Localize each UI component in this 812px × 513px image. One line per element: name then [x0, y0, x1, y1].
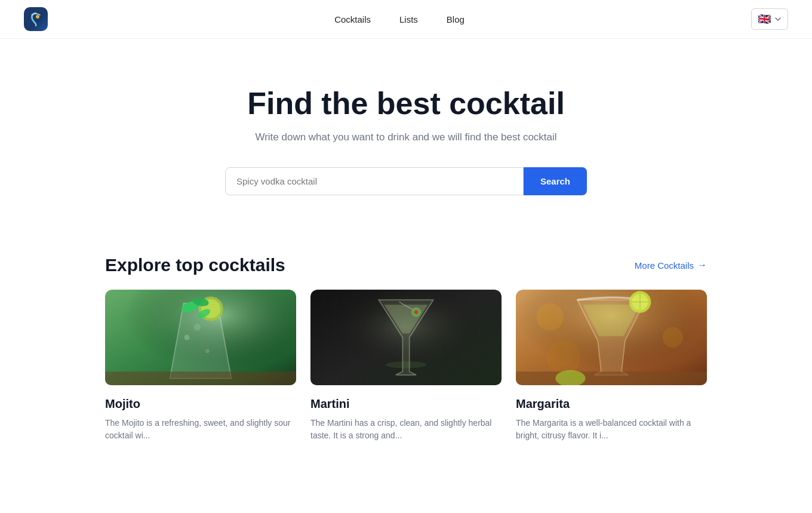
chevron-down-icon [774, 16, 782, 23]
search-input[interactable] [225, 167, 524, 195]
svg-point-10 [194, 324, 201, 330]
nav-blog[interactable]: Blog [447, 14, 465, 24]
svg-point-16 [414, 310, 419, 314]
hero-subtitle: Write down what you want to drink and we… [24, 131, 788, 143]
search-bar: Search [24, 167, 788, 195]
mojito-image [105, 290, 296, 385]
svg-point-9 [205, 349, 210, 354]
search-button[interactable]: Search [524, 167, 587, 195]
margarita-image [516, 290, 707, 385]
card-martini-body: Martini The Martini has a crisp, clean, … [310, 388, 502, 444]
explore-section: Explore top cocktails More Cocktails → [0, 255, 812, 480]
card-margarita-desc: The Margarita is a well-balanced cocktai… [516, 417, 707, 442]
card-mojito[interactable]: Mojito The Mojito is a refreshing, sweet… [105, 290, 296, 444]
explore-header: Explore top cocktails More Cocktails → [105, 255, 707, 275]
hero-title: Find the best cocktail [24, 87, 788, 121]
flag-icon: 🇬🇧 [758, 13, 771, 26]
nav-lists[interactable]: Lists [399, 14, 418, 24]
logo[interactable] [24, 7, 48, 31]
logo-icon [24, 7, 48, 31]
card-martini[interactable]: Martini The Martini has a crisp, clean, … [310, 290, 502, 444]
svg-point-17 [386, 361, 427, 368]
svg-rect-27 [516, 371, 707, 385]
card-margarita-name: Margarita [516, 397, 707, 411]
cocktail-cards-grid: Mojito The Mojito is a refreshing, sweet… [105, 290, 707, 444]
more-cocktails-link[interactable]: More Cocktails → [635, 260, 707, 271]
nav-cocktails[interactable]: Cocktails [334, 14, 371, 24]
card-mojito-name: Mojito [105, 397, 296, 411]
card-margarita-body: Margarita The Margarita is a well-balanc… [516, 388, 707, 444]
card-martini-name: Martini [310, 397, 502, 411]
svg-point-24 [536, 303, 564, 331]
card-margarita[interactable]: Margarita The Margarita is a well-balanc… [516, 290, 707, 444]
svg-point-25 [663, 327, 683, 348]
card-martini-desc: The Martini has a crisp, clean, and slig… [310, 417, 502, 442]
nav-links: Cocktails Lists Blog [334, 14, 465, 24]
martini-image [310, 290, 502, 385]
svg-point-8 [184, 335, 190, 340]
svg-point-0 [36, 15, 39, 19]
card-mojito-body: Mojito The Mojito is a refreshing, sweet… [105, 388, 296, 444]
explore-title: Explore top cocktails [105, 255, 285, 275]
svg-point-26 [546, 341, 580, 375]
card-mojito-desc: The Mojito is a refreshing, sweet, and s… [105, 417, 296, 442]
more-cocktails-label: More Cocktails [635, 260, 694, 271]
language-selector[interactable]: 🇬🇧 [751, 8, 788, 30]
navbar: Cocktails Lists Blog 🇬🇧 [0, 0, 812, 39]
svg-rect-11 [105, 371, 296, 385]
hero-section: Find the best cocktail Write down what y… [0, 39, 812, 255]
arrow-right-icon: → [697, 260, 707, 271]
